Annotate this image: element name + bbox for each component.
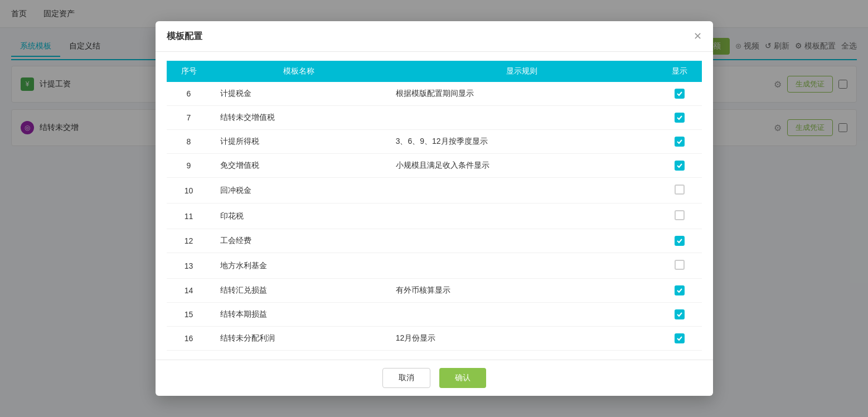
checkbox-checked[interactable] (675, 309, 685, 319)
confirm-button[interactable]: 确认 (439, 368, 486, 388)
cell-id: 9 (167, 154, 211, 178)
cell-rule: 12月份显示 (387, 327, 657, 351)
checkbox-checked[interactable] (675, 89, 685, 99)
checkbox-checked[interactable] (675, 333, 685, 343)
cell-name: 计提税金 (211, 82, 387, 106)
cell-rule: 小规模且满足收入条件显示 (387, 154, 657, 178)
table-header-row: 序号 模板名称 显示规则 显示 (167, 61, 702, 82)
table-row: 13地方水利基金 (167, 253, 702, 279)
table-row: 15结转本期损益 (167, 303, 702, 327)
cell-rule (387, 253, 657, 279)
cell-name: 结转未交增值税 (211, 106, 387, 130)
checkbox-unchecked[interactable] (675, 260, 685, 270)
modal-close-button[interactable]: ✕ (694, 30, 702, 42)
cell-id: 11 (167, 203, 211, 229)
table-row: 14结转汇兑损益有外币核算显示 (167, 279, 702, 303)
cell-checkbox[interactable] (657, 154, 702, 178)
cell-name: 计提所得税 (211, 130, 387, 154)
cell-name: 结转汇兑损益 (211, 279, 387, 303)
modal-template-config: 模板配置 ✕ 序号 模板名称 显示规则 显示 6计提税金根据模版配置期间显示7结… (156, 21, 713, 396)
config-table: 序号 模板名称 显示规则 显示 6计提税金根据模版配置期间显示7结转未交增值税8… (167, 61, 702, 351)
modal-header: 模板配置 ✕ (156, 21, 713, 52)
cell-id: 7 (167, 106, 211, 130)
cell-checkbox[interactable] (657, 253, 702, 279)
table-row: 11印花税 (167, 203, 702, 229)
table-row: 16结转未分配利润12月份显示 (167, 327, 702, 351)
cell-checkbox[interactable] (657, 327, 702, 351)
cell-rule (387, 203, 657, 229)
cell-id: 16 (167, 327, 211, 351)
cell-id: 10 (167, 178, 211, 203)
table-row: 12工会经费 (167, 229, 702, 253)
checkbox-checked[interactable] (675, 236, 685, 246)
cell-checkbox[interactable] (657, 106, 702, 130)
cell-id: 15 (167, 303, 211, 327)
cell-name: 回冲税金 (211, 178, 387, 203)
cell-checkbox[interactable] (657, 82, 702, 106)
table-row: 6计提税金根据模版配置期间显示 (167, 82, 702, 106)
col-header-display: 显示 (657, 61, 702, 82)
modal-overlay[interactable]: 模板配置 ✕ 序号 模板名称 显示规则 显示 6计提税金根据模版配置期间显示7结… (0, 0, 868, 417)
cell-checkbox[interactable] (657, 229, 702, 253)
modal-body: 序号 模板名称 显示规则 显示 6计提税金根据模版配置期间显示7结转未交增值税8… (156, 52, 713, 360)
checkbox-unchecked[interactable] (675, 185, 685, 195)
cancel-button[interactable]: 取消 (382, 368, 430, 388)
cell-checkbox[interactable] (657, 303, 702, 327)
cell-id: 14 (167, 279, 211, 303)
cell-id: 6 (167, 82, 211, 106)
cell-rule: 根据模版配置期间显示 (387, 82, 657, 106)
modal-footer: 取消 确认 (156, 360, 713, 396)
cell-name: 结转本期损益 (211, 303, 387, 327)
cell-name: 免交增值税 (211, 154, 387, 178)
checkbox-checked[interactable] (675, 137, 685, 147)
cell-rule (387, 303, 657, 327)
cell-rule: 有外币核算显示 (387, 279, 657, 303)
checkbox-unchecked[interactable] (675, 210, 685, 220)
col-header-rule: 显示规则 (387, 61, 657, 82)
table-row: 7结转未交增值税 (167, 106, 702, 130)
cell-name: 结转未分配利润 (211, 327, 387, 351)
table-row: 10回冲税金 (167, 178, 702, 203)
table-row: 8计提所得税3、6、9、12月按季度显示 (167, 130, 702, 154)
checkbox-checked[interactable] (675, 285, 685, 295)
cell-rule (387, 106, 657, 130)
cell-name: 地方水利基金 (211, 253, 387, 279)
cell-rule (387, 229, 657, 253)
col-header-id: 序号 (167, 61, 211, 82)
checkbox-checked[interactable] (675, 113, 685, 123)
cell-checkbox[interactable] (657, 279, 702, 303)
col-header-name: 模板名称 (211, 61, 387, 82)
cell-checkbox[interactable] (657, 130, 702, 154)
modal-title: 模板配置 (167, 31, 202, 42)
cell-rule: 3、6、9、12月按季度显示 (387, 130, 657, 154)
cell-id: 8 (167, 130, 211, 154)
cell-name: 印花税 (211, 203, 387, 229)
cell-rule (387, 178, 657, 203)
cell-checkbox[interactable] (657, 203, 702, 229)
cell-checkbox[interactable] (657, 178, 702, 203)
checkbox-checked[interactable] (675, 161, 685, 171)
cell-id: 13 (167, 253, 211, 279)
cell-id: 12 (167, 229, 211, 253)
cell-name: 工会经费 (211, 229, 387, 253)
table-row: 9免交增值税小规模且满足收入条件显示 (167, 154, 702, 178)
